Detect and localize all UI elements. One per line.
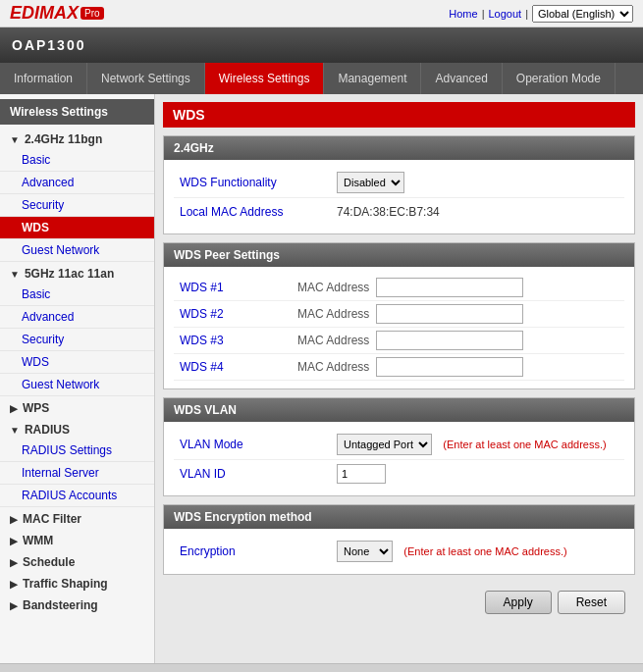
arrow-icon: ▼ [10,134,20,145]
encryption-note: (Enter at least one MAC address.) [403,545,566,557]
row-vlan-id: VLAN ID [174,460,624,488]
peer-input-3[interactable] [376,331,523,350]
section-peer: WDS Peer Settings WDS #1 MAC Address WDS… [163,242,635,389]
sidebar-group-bandsteering[interactable]: ▶ Bandsteering [0,594,154,615]
nav-operation-mode[interactable]: Operation Mode [503,63,616,94]
sidebar-item-basic-5ghz[interactable]: Basic [0,284,154,306]
arrow-icon-traffic: ▶ [10,579,18,590]
sidebar-item-advanced-5ghz[interactable]: Advanced [0,306,154,329]
apply-button[interactable]: Apply [485,591,552,614]
peer-input-4[interactable] [376,357,523,377]
peer-input-2[interactable] [376,304,523,324]
peer-row-2: WDS #2 MAC Address [174,301,624,328]
row-vlan-mode: VLAN Mode Untagged Port Tagged Port (Ent… [174,430,624,460]
sidebar-group-wps[interactable]: ▶ WPS [0,396,154,418]
sidebar-item-radius-settings[interactable]: RADIUS Settings [0,439,154,462]
arrow-icon-bandsteering: ▶ [10,600,18,611]
sidebar-radius-label: RADIUS [25,423,70,437]
peer-label-4: WDS #4 [180,360,297,374]
row-encryption: Encryption None WEP WPA2 (Enter at least… [174,537,624,566]
nav-management[interactable]: Management [324,63,421,94]
nav-information[interactable]: Information [0,63,87,94]
sidebar-group-2ghz-label: 2.4GHz 11bgn [25,132,102,146]
sidebar-item-guest-network-2ghz[interactable]: Guest Network [0,239,154,262]
input-vlan-id[interactable] [337,464,386,484]
logo-text: EDIMAX [10,3,79,24]
select-wds-functionality[interactable]: Disabled Enabled [337,172,404,193]
sidebar-group-5ghz[interactable]: ▼ 5GHz 11ac 11an [0,262,154,284]
select-encryption[interactable]: None WEP WPA2 [337,541,393,562]
top-bar: EDIMAX Pro Home | Logout | Global (Engli… [0,0,643,27]
top-links: Home | Logout | Global (English) [449,5,633,23]
value-encryption: None WEP WPA2 (Enter at least one MAC ad… [337,541,618,562]
section-vlan: WDS VLAN VLAN Mode Untagged Port Tagged … [163,397,635,496]
section-2ghz-body: WDS Functionality Disabled Enabled Local… [164,160,634,233]
brand-bar: OAP1300 [0,27,643,63]
sidebar-item-security-5ghz[interactable]: Security [0,329,154,351]
arrow-icon-5ghz: ▼ [10,269,20,280]
arrow-icon-schedule: ▶ [10,557,18,568]
value-wds-functionality: Disabled Enabled [337,172,618,193]
logo-area: EDIMAX Pro [10,3,104,24]
sidebar-group-mac-filter[interactable]: ▶ MAC Filter [0,507,154,529]
select-vlan-mode[interactable]: Untagged Port Tagged Port [337,434,432,455]
sidebar-item-guest-network-5ghz[interactable]: Guest Network [0,374,154,396]
logout-link[interactable]: Logout [488,8,521,20]
label-vlan-id: VLAN ID [180,467,337,481]
value-vlan-mode: Untagged Port Tagged Port (Enter at leas… [337,434,618,455]
sidebar-group-schedule[interactable]: ▶ Schedule [0,550,154,572]
peer-label-1: WDS #1 [180,281,297,294]
section-encryption-body: Encryption None WEP WPA2 (Enter at least… [164,529,634,574]
arrow-icon-wps: ▶ [10,403,18,414]
sidebar-group-traffic[interactable]: ▶ Traffic Shaping [0,572,154,594]
page-title: WDS [163,102,635,128]
peer-input-1[interactable] [376,278,523,297]
sidebar-group-radius[interactable]: ▼ RADIUS [0,418,154,439]
sidebar-item-radius-accounts[interactable]: RADIUS Accounts [0,485,154,507]
peer-label-3: WDS #3 [180,334,297,347]
peer-label-2: WDS #2 [180,307,297,321]
sidebar-item-basic-2ghz[interactable]: Basic [0,149,154,172]
nav-advanced[interactable]: Advanced [421,63,502,94]
sidebar-item-internal-server[interactable]: Internal Server [0,462,154,485]
sidebar-wmm-label: WMM [23,534,53,547]
arrow-icon-mac: ▶ [10,514,18,525]
label-wds-functionality: WDS Functionality [180,176,337,189]
peer-mac-label-4: MAC Address [297,360,376,374]
value-vlan-id [337,464,618,484]
sidebar-traffic-label: Traffic Shaping [23,577,108,591]
sidebar-group-2ghz[interactable]: ▼ 2.4GHz 11bgn [0,128,154,149]
sidebar-group-wmm[interactable]: ▶ WMM [0,529,154,550]
button-row: Apply Reset [163,583,635,622]
nav-wireless-settings[interactable]: Wireless Settings [205,63,325,94]
value-local-mac: 74:DA:38:EC:B7:34 [337,205,618,219]
sidebar-item-advanced-2ghz[interactable]: Advanced [0,172,154,194]
content: WDS 2.4GHz WDS Functionality Disabled En… [155,94,643,663]
sidebar-item-security-2ghz[interactable]: Security [0,194,154,217]
label-vlan-mode: VLAN Mode [180,438,337,451]
sidebar-title: Wireless Settings [0,99,154,125]
sidebar-item-wds-2ghz[interactable]: WDS [0,217,154,239]
home-link[interactable]: Home [449,8,477,20]
device-name: OAP1300 [12,37,85,53]
section-peer-body: WDS #1 MAC Address WDS #2 MAC Address WD… [164,267,634,388]
arrow-icon-radius: ▼ [10,425,20,436]
label-local-mac: Local MAC Address [180,205,337,219]
peer-row-4: WDS #4 MAC Address [174,354,624,381]
section-2ghz-header: 2.4GHz [164,136,634,160]
peer-row-3: WDS #3 MAC Address [174,328,624,354]
main-layout: Wireless Settings ▼ 2.4GHz 11bgn Basic A… [0,94,643,663]
footer: Copyright 2017 © EDIMAX Technology Co., … [0,663,643,672]
sidebar-wps-label: WPS [23,401,49,415]
row-local-mac: Local MAC Address 74:DA:38:EC:B7:34 [174,198,624,226]
sidebar-group-5ghz-label: 5GHz 11ac 11an [25,267,114,281]
sidebar-item-wds-5ghz[interactable]: WDS [0,351,154,374]
reset-button[interactable]: Reset [558,591,625,614]
peer-mac-label-1: MAC Address [297,281,376,294]
section-encryption: WDS Encryption method Encryption None WE… [163,504,635,575]
peer-mac-label-3: MAC Address [297,334,376,347]
nav-network-settings[interactable]: Network Settings [87,63,205,94]
section-encryption-header: WDS Encryption method [164,505,634,529]
label-encryption: Encryption [180,544,337,558]
language-select[interactable]: Global (English) [532,5,633,23]
